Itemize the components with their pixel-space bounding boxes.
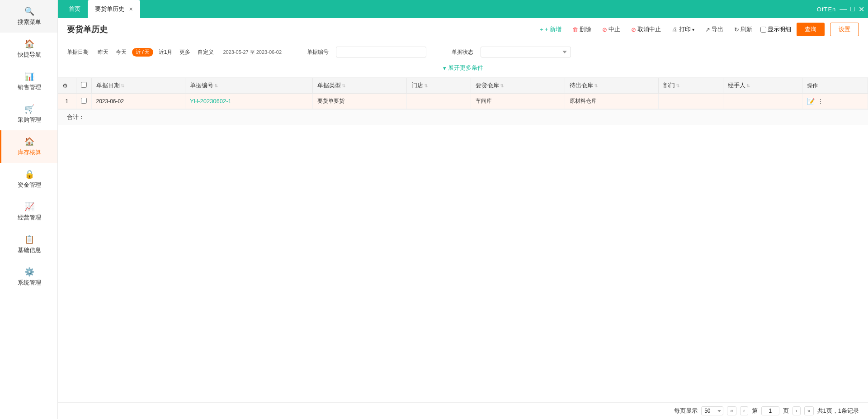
sort-icon-handler: ⇅ [746,83,750,88]
tab-close-order-history[interactable]: ✕ [129,6,133,12]
first-page-btn[interactable]: « [727,406,736,415]
sort-icon-pending_warehouse: ⇅ [594,83,598,88]
new-icon: + [540,26,543,33]
sort-icon-req_warehouse: ⇅ [500,83,504,88]
date-shortcut-今天[interactable]: 今天 [114,48,128,57]
sidebar-icon-sales-mgmt: 📊 [24,71,34,81]
row-checkbox-cell [76,94,91,109]
th-req_warehouse[interactable]: 要货仓库⇅ [471,78,565,94]
sidebar-icon-system-mgmt: ⚙️ [24,267,34,277]
th-pending_warehouse[interactable]: 待出仓库⇅ [565,78,659,94]
cancel-stop-icon: ⊘ [631,26,636,33]
sidebar-item-system-mgmt[interactable]: ⚙️系统管理 [0,261,57,293]
sidebar-item-operation-mgmt[interactable]: 📈经营管理 [0,195,57,228]
doc-number-input[interactable] [336,47,426,57]
sidebar-item-basic-info[interactable]: 📋基础信息 [0,228,57,261]
th-handler[interactable]: 经手人⇅ [723,78,802,94]
cancel-stop-button[interactable]: ⊘ 取消中止 [628,24,664,35]
new-button[interactable]: + + 新增 [537,24,564,35]
filter-row-1: 单据日期 昨天今天近7天近1月更多自定义 2023-05-27 至 2023-0… [67,47,859,57]
sort-icon-department: ⇅ [676,83,679,88]
row-department [659,94,723,109]
sidebar-label-search-menu: 搜索菜单 [18,18,41,26]
row-pending-warehouse: 原材料仓库 [565,94,659,109]
table-header-row: ⚙单据日期⇅单据编号⇅单据类型⇅门店⇅要货仓库⇅待出仓库⇅部门⇅经手人⇅操作 [58,78,868,94]
last-page-btn[interactable]: » [804,406,814,415]
sort-icon-doc_number: ⇅ [214,83,218,88]
page-number-input[interactable] [761,406,779,415]
query-button[interactable]: 查询 [797,23,825,36]
date-shortcut-更多[interactable]: 更多 [178,48,192,57]
sidebar-item-search-menu[interactable]: 🔍搜索菜单 [0,0,57,33]
row-more-icon[interactable]: ⋮ [817,98,824,105]
doc-status-select[interactable] [481,47,571,57]
expand-more-btn[interactable]: ▾ 展开更多条件 [67,64,859,72]
page-label: 第 [752,407,758,415]
next-page-btn[interactable]: › [793,406,801,415]
th-store[interactable]: 门店⇅ [406,78,471,94]
export-icon: ↗ [705,26,710,33]
tab-order-history[interactable]: 要货单历史✕ [88,0,140,18]
th-department[interactable]: 部门⇅ [659,78,723,94]
pagination-bar: 每页显示 50 20 100 « ‹ 第 页 › » 共1页，1条记录 [58,402,868,419]
row-req-warehouse: 车间库 [471,94,565,109]
row-doc-number[interactable]: YH-20230602-1 [185,94,313,109]
total-info: 共1页，1条记录 [817,407,859,415]
stop-icon: ⊘ [602,26,607,33]
table-head: ⚙单据日期⇅单据编号⇅单据类型⇅门店⇅要货仓库⇅待出仓库⇅部门⇅经手人⇅操作 [58,78,868,94]
tab-bar-right: OfTEn — □ ✕ [817,5,864,14]
th-doc_type[interactable]: 单据类型⇅ [313,78,407,94]
date-shortcut-近1月[interactable]: 近1月 [157,48,175,57]
date-shortcut-昨天[interactable]: 昨天 [96,48,110,57]
table-body: 1 2023-06-02 YH-20230602-1 要货单要货 车间库 原材料… [58,94,868,109]
per-page-select[interactable]: 50 20 100 [701,406,723,415]
row-store [406,94,471,109]
sidebar-label-inventory-calc: 库存核算 [18,148,41,157]
th-action: 操作 [802,78,868,94]
tab-label-order-history: 要货单历史 [95,5,124,13]
sort-icon-doc_type: ⇅ [342,83,345,88]
maximize-btn[interactable]: □ [850,5,855,13]
close-btn[interactable]: ✕ [859,5,864,14]
sidebar-item-finance-mgmt[interactable]: 🔒资金管理 [0,163,57,195]
table-wrapper: ⚙单据日期⇅单据编号⇅单据类型⇅门店⇅要货仓库⇅待出仓库⇅部门⇅经手人⇅操作 1… [58,78,868,402]
sidebar-icon-basic-info: 📋 [24,234,34,244]
setting-button[interactable]: 设置 [830,23,859,36]
tab-home[interactable]: 首页 [61,0,88,18]
minimize-btn[interactable]: — [840,5,847,13]
data-table: ⚙单据日期⇅单据编号⇅单据类型⇅门店⇅要货仓库⇅待出仓库⇅部门⇅经手人⇅操作 1… [58,78,868,109]
select-all-checkbox[interactable] [81,82,87,88]
sidebar-label-operation-mgmt: 经营管理 [18,214,41,222]
sort-icon-store: ⇅ [424,83,428,88]
sidebar-label-purchase-mgmt: 采购管理 [18,116,41,124]
print-icon: 🖨 [672,26,678,33]
row-checkbox[interactable] [81,98,87,104]
th-doc_date[interactable]: 单据日期⇅ [91,78,185,94]
th-doc_number[interactable]: 单据编号⇅ [185,78,313,94]
sidebar-icon-search-menu: 🔍 [24,6,34,16]
main-content: 首页要货单历史✕ OfTEn — □ ✕ 要货单历史 + + 新增 🗑 删除 ⊘ [58,0,868,419]
date-shortcut-自定义[interactable]: 自定义 [196,48,216,57]
sidebar-item-purchase-mgmt[interactable]: 🛒采购管理 [0,98,57,130]
export-button[interactable]: ↗ 导出 [703,24,726,35]
date-range-display: 2023-05-27 至 2023-06-02 [223,49,282,56]
row-edit-icon[interactable]: 📝 [807,98,815,105]
sidebar-item-quick-nav[interactable]: 🏠快捷导航 [0,33,57,65]
row-doc-date: 2023-06-02 [91,94,185,109]
date-shortcut-近7天[interactable]: 近7天 [132,48,153,57]
sidebar-item-sales-mgmt[interactable]: 📊销售管理 [0,65,57,98]
sidebar-item-inventory-calc[interactable]: 🏠库存核算 [0,130,57,163]
print-dropdown-icon: ▾ [692,27,694,32]
stop-button[interactable]: ⊘ 中止 [599,24,623,35]
date-filter-label: 单据日期 [67,48,89,56]
print-button[interactable]: 🖨 打印 ▾ [669,24,697,35]
refresh-icon: ↻ [734,26,739,33]
table-footer: 合计： [58,109,868,125]
settings-col-icon[interactable]: ⚙ [62,82,68,89]
refresh-button[interactable]: ↻ 刷新 [731,24,755,35]
delete-button[interactable]: 🗑 删除 [570,24,594,35]
sort-icon-doc_date: ⇅ [121,83,124,88]
display-detail-checkbox[interactable] [760,27,766,33]
display-detail-toggle[interactable]: 显示明细 [760,25,791,33]
prev-page-btn[interactable]: ‹ [740,406,748,415]
